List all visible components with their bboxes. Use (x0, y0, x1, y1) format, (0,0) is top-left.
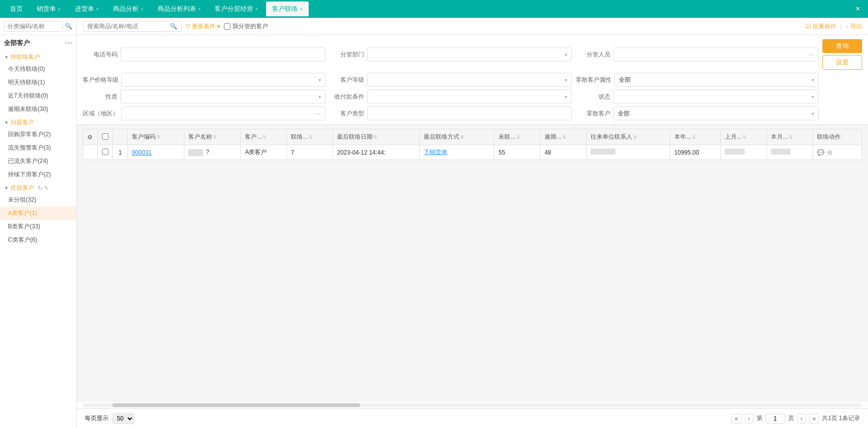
filter-dept-select[interactable]: ▾ (367, 48, 572, 61)
sort-category-icon[interactable]: ⇅ (263, 135, 267, 140)
filter-scatter-attr-select[interactable]: 全部▾ (614, 73, 818, 87)
filter-manager-input[interactable]: ··· (613, 48, 818, 61)
sort-last-method-icon[interactable]: ⇅ (460, 135, 464, 140)
sidebar-item-class-c[interactable]: C类客户(6) (0, 233, 76, 247)
scrollbar-thumb[interactable] (112, 403, 360, 407)
th-category[interactable]: 客户...⇅ (241, 129, 287, 145)
th-contact[interactable]: 联络...⇅ (287, 129, 333, 145)
sidebar-search-input[interactable] (4, 21, 63, 32)
cell-checkbox[interactable] (98, 145, 113, 160)
cell-code[interactable]: 000031 (128, 145, 184, 160)
toolbar-search-icon[interactable]: 🔍 (170, 23, 177, 30)
row-checkbox[interactable] (102, 149, 108, 155)
filter-scatter-customer-select[interactable]: 全部▾ (613, 107, 818, 120)
value-group-refresh-icon[interactable]: ↻ (38, 185, 43, 192)
value-group-edit-icon[interactable]: ✎ (44, 185, 49, 192)
filter-phone-input[interactable] (120, 48, 326, 61)
select-all-checkbox[interactable] (102, 133, 108, 140)
customer-code-link[interactable]: 000031 (132, 149, 152, 156)
my-customers-checkbox[interactable] (224, 23, 230, 30)
close-tab-analysis[interactable]: × (141, 6, 144, 12)
last-method-link[interactable]: 下销货单 (424, 149, 447, 156)
next-page-button[interactable]: › (797, 414, 806, 424)
sort-name-icon[interactable]: ⇅ (213, 135, 217, 140)
sort-last-date-icon[interactable]: ⇅ (374, 135, 378, 140)
sidebar-item-churn-warning[interactable]: 流失预警客户(3) (0, 141, 76, 155)
th-last-method[interactable]: 最后联络方式⇅ (420, 129, 494, 145)
export-button[interactable]: ↓ 导出 (846, 22, 862, 31)
filter-region-input[interactable]: ··· (121, 107, 326, 120)
sidebar-item-declining[interactable]: 持续下滑客户(2) (0, 168, 76, 181)
close-tab-sales[interactable]: × (58, 6, 61, 12)
sidebar-item-overdue-contact[interactable]: 逾期未联络(30) (0, 103, 76, 116)
page-number-input[interactable] (765, 414, 785, 424)
close-tab-customer-contact[interactable]: × (300, 6, 303, 12)
sidebar-item-7days-contact[interactable]: 近7天待联络(0) (0, 89, 76, 103)
batch-op-button[interactable]: ☑ 批量操作 (806, 22, 836, 31)
nav-home[interactable]: 首页 (4, 1, 29, 16)
sidebar-group-problem[interactable]: ▼ 问题客户 (0, 116, 76, 128)
sort-overdue-icon[interactable]: ⇅ (562, 135, 566, 140)
sidebar-item-today-contact[interactable]: 今天待联络(0) (0, 62, 76, 76)
action-chat-icon[interactable]: 💬 (817, 149, 824, 156)
th-this-year[interactable]: 本年...⇅ (670, 129, 721, 145)
filter-payment-select[interactable]: ▾ (367, 90, 572, 104)
nav-tab-sales[interactable]: 销货单 × (31, 1, 67, 16)
th-unit-contact[interactable]: 往来单位联系人⇅ (587, 129, 670, 145)
per-page-select[interactable]: 50 (112, 413, 134, 424)
filter-customer-level-select[interactable]: ▾ (367, 73, 572, 87)
filter-status-select[interactable]: ▾ (613, 90, 818, 104)
sort-this-year-icon[interactable]: ⇅ (692, 135, 696, 140)
prev-page-button[interactable]: ‹ (745, 414, 754, 424)
sidebar-item-unclassified[interactable]: 未分组(32) (0, 193, 76, 207)
region-dots-icon[interactable]: ··· (315, 109, 321, 117)
sidebar-all-customers[interactable]: 全部客户 ⋯ (0, 35, 76, 51)
sort-this-month-icon[interactable]: ⇅ (789, 135, 793, 140)
sort-contact-icon[interactable]: ⇅ (309, 135, 313, 140)
th-last-month[interactable]: 上月...⇅ (721, 129, 767, 145)
nav-tab-customer-tier[interactable]: 客户分层经营 × (209, 1, 264, 16)
cell-name[interactable]: ? (184, 145, 241, 160)
filter-nature-select[interactable]: ▾ (120, 90, 326, 104)
close-tab-analysis-list[interactable]: × (198, 6, 201, 12)
sidebar-search-icon[interactable]: 🔍 (65, 23, 72, 30)
th-last-date[interactable]: 最后联络日期⇅ (333, 129, 420, 145)
th-no-contact[interactable]: 未联...⇅ (494, 129, 541, 145)
th-overdue[interactable]: 逾期...⇅ (541, 129, 587, 145)
sidebar-item-repurchase-abnormal[interactable]: 回购异常客户(2) (0, 128, 76, 141)
nav-tab-purchase[interactable]: 进货单 × (69, 1, 105, 16)
toolbar-search-input[interactable] (87, 23, 168, 30)
sort-code-icon[interactable]: ⇅ (157, 135, 161, 140)
set-button[interactable]: 设置 (822, 55, 862, 70)
sidebar-item-class-b[interactable]: B类客户(33) (0, 220, 76, 233)
close-tab-customer-tier[interactable]: × (255, 6, 258, 12)
first-page-button[interactable]: « (731, 414, 742, 424)
sort-last-month-icon[interactable]: ⇅ (743, 135, 747, 140)
filter-customer-type-input[interactable] (367, 107, 572, 120)
sidebar-item-tomorrow-contact[interactable]: 明天待联络(1) (0, 76, 76, 89)
sort-unit-contact-icon[interactable]: ⇅ (633, 135, 637, 140)
nav-tab-customer-contact[interactable]: 客户联络 × (266, 1, 309, 16)
close-tab-purchase[interactable]: × (96, 6, 99, 12)
nav-tab-analysis[interactable]: 商品分析 × (107, 1, 150, 16)
sidebar-item-class-a[interactable]: A类客户(1) (0, 207, 76, 220)
manager-dots-icon[interactable]: ··· (808, 51, 814, 58)
sidebar-group-value[interactable]: ▼ 价值客户 ↻ ✎ (0, 181, 76, 193)
query-button[interactable]: 查询 (822, 39, 862, 53)
th-name[interactable]: 客户名称⇅ (184, 129, 241, 145)
sidebar-collapse-icon[interactable]: ⋯ (64, 38, 72, 48)
window-close-button[interactable]: × (852, 2, 864, 15)
th-this-month[interactable]: 本月...⇅ (767, 129, 813, 145)
th-code[interactable]: 客户编码⇅ (128, 129, 184, 145)
last-page-button[interactable]: » (809, 414, 819, 424)
nav-tab-analysis-list[interactable]: 商品分析列表 × (152, 1, 207, 16)
sidebar-group-pending[interactable]: ▼ 待联络客户 (0, 51, 76, 62)
my-customers-checkbox-label[interactable]: 我分管的客户 (224, 22, 268, 31)
action-more-icon[interactable]: ⊞ (827, 149, 832, 156)
th-settings[interactable]: ⚙ (83, 129, 98, 145)
sort-no-contact-icon[interactable]: ⇅ (516, 135, 520, 140)
more-filter-button[interactable]: ▽ 更多条件 ▾ (186, 22, 220, 31)
sidebar-item-churned[interactable]: 已流失客户(24) (0, 155, 76, 168)
th-checkbox[interactable] (98, 129, 113, 145)
cell-last-method[interactable]: 下销货单 (420, 145, 494, 160)
